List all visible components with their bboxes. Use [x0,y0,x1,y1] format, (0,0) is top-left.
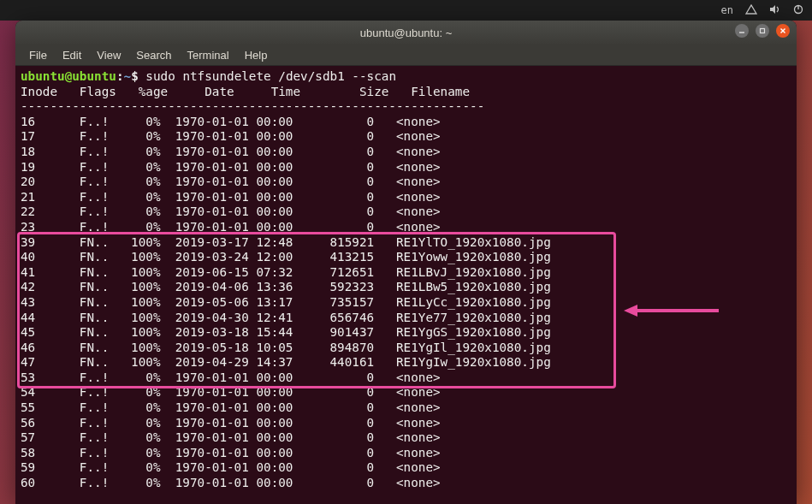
menu-file[interactable]: File [22,46,54,64]
output-row: 57 F..! 0% 1970-01-01 00:00 0 <none> [21,430,791,446]
output-row: 46 FN.. 100% 2019-05-18 10:05 894870 RE1… [21,341,791,356]
gnome-topbar: en [0,0,812,21]
output-row: 42 FN.. 100% 2019-04-06 13:36 592323 RE1… [21,280,791,295]
menu-search[interactable]: Search [129,46,178,64]
output-row: 40 FN.. 100% 2019-03-24 12:00 413215 RE1… [21,250,791,265]
output-row: 43 FN.. 100% 2019-05-06 13:17 735157 RE1… [21,295,791,311]
minimize-button[interactable] [735,24,749,38]
close-button[interactable] [776,24,790,38]
window-title: ubuntu@ubuntu: ~ [360,27,453,39]
network-icon[interactable] [745,4,757,16]
desktop: en ubuntu@ubuntu: ~ [0,0,812,504]
maximize-button[interactable] [756,24,769,38]
output-row: 53 F..! 0% 1970-01-01 00:00 0 <none> [21,371,791,386]
menubar: File Edit View Search Terminal Help [15,44,797,66]
output-row: 22 F..! 0% 1970-01-01 00:00 0 <none> [21,205,791,220]
output-row: 44 FN.. 100% 2019-04-30 12:41 656746 RE1… [21,311,791,326]
terminal-window: ubuntu@ubuntu: ~ File Edit View Search T… [15,21,797,504]
command-text: sudo ntfsundelete /dev/sdb1 --scan [145,69,396,83]
output-row: 58 F..! 0% 1970-01-01 00:00 0 <none> [21,446,791,461]
volume-icon[interactable] [769,4,781,16]
column-header: Inode Flags %age Date Time Size Filename [21,85,791,100]
output-row: 17 F..! 0% 1970-01-01 00:00 0 <none> [21,129,791,145]
menu-view[interactable]: View [90,46,127,64]
svg-rect-3 [761,29,765,33]
output-row: 16 F..! 0% 1970-01-01 00:00 0 <none> [21,115,791,130]
output-row: 45 FN.. 100% 2019-03-18 15:44 901437 RE1… [21,325,791,341]
output-row: 19 F..! 0% 1970-01-01 00:00 0 <none> [21,160,791,175]
output-row: 23 F..! 0% 1970-01-01 00:00 0 <none> [21,220,791,235]
divider-line: ----------------------------------------… [21,99,791,115]
menu-terminal[interactable]: Terminal [181,46,236,64]
prompt-path: ~ [124,69,132,83]
output-row: 60 F..! 0% 1970-01-01 00:00 0 <none> [21,476,791,491]
prompt-user-host: ubuntu@ubuntu [21,69,116,83]
power-icon[interactable] [793,4,803,16]
output-row: 54 F..! 0% 1970-01-01 00:00 0 <none> [21,385,791,400]
menu-help[interactable]: Help [238,46,275,64]
output-row: 21 F..! 0% 1970-01-01 00:00 0 <none> [21,190,791,205]
menu-edit[interactable]: Edit [56,46,88,64]
output-row: 39 FN.. 100% 2019-03-17 12:48 815921 RE1… [21,235,791,251]
output-row: 47 FN.. 100% 2019-04-29 14:37 440161 RE1… [21,355,791,371]
output-row: 20 F..! 0% 1970-01-01 00:00 0 <none> [21,175,791,190]
terminal-output[interactable]: ubuntu@ubuntu:~$ sudo ntfsundelete /dev/… [15,66,797,495]
language-indicator[interactable]: en [721,5,733,15]
output-row: 56 F..! 0% 1970-01-01 00:00 0 <none> [21,416,791,431]
window-titlebar[interactable]: ubuntu@ubuntu: ~ [15,21,797,44]
output-row: 18 F..! 0% 1970-01-01 00:00 0 <none> [21,145,791,160]
output-row: 55 F..! 0% 1970-01-01 00:00 0 <none> [21,400,791,416]
output-row: 59 F..! 0% 1970-01-01 00:00 0 <none> [21,460,791,476]
prompt-line: ubuntu@ubuntu:~$ sudo ntfsundelete /dev/… [21,69,791,85]
window-controls [735,24,790,38]
output-row: 41 FN.. 100% 2019-06-15 07:32 712651 RE1… [21,265,791,281]
